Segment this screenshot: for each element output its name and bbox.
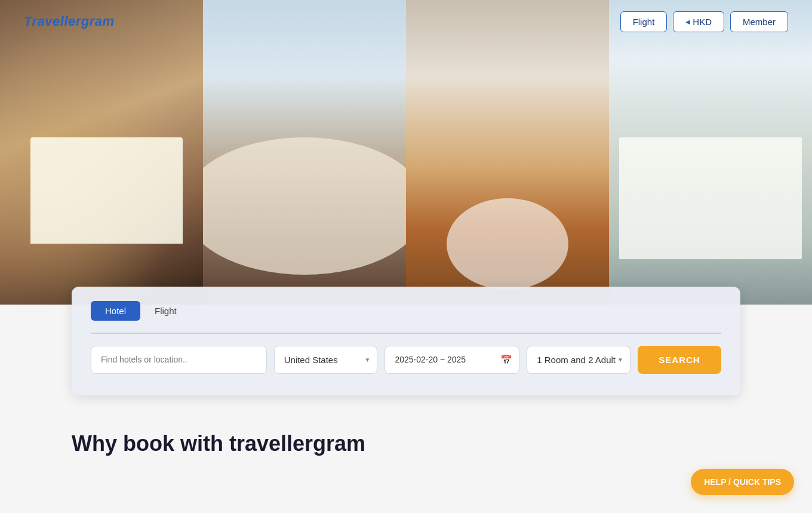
tab-flight[interactable]: Flight — [140, 301, 191, 321]
location-input[interactable] — [91, 346, 267, 374]
country-select-wrap: United States United Kingdom Australia C… — [274, 346, 378, 374]
country-select[interactable]: United States United Kingdom Australia C… — [274, 346, 378, 374]
header: Travellergram Flight HKD Member — [0, 0, 812, 43]
tab-divider — [91, 333, 721, 334]
hero-image-3 — [406, 0, 609, 305]
rooms-select-wrap: 1 Room and 1 Adult 1 Room and 2 Adult 2 … — [527, 346, 630, 374]
main-content: Why book with travellergram — [0, 395, 812, 485]
rooms-select[interactable]: 1 Room and 1 Adult 1 Room and 2 Adult 2 … — [527, 346, 630, 374]
search-button[interactable]: SEARCH — [638, 346, 721, 374]
hero-image-4 — [609, 0, 812, 305]
search-panel: Hotel Flight United States United Kingdo… — [72, 287, 740, 395]
help-button[interactable]: HELP / QUICK TIPS — [691, 469, 794, 495]
search-row: United States United Kingdom Australia C… — [91, 346, 721, 374]
date-range-wrap: 📅 — [385, 346, 519, 374]
tab-hotel[interactable]: Hotel — [91, 301, 140, 321]
section-title: Why book with travellergram — [72, 431, 740, 456]
flight-button[interactable]: Flight — [620, 11, 668, 32]
hero-image-2 — [203, 0, 406, 305]
currency-button[interactable]: HKD — [673, 11, 724, 32]
logo: Travellergram — [24, 14, 115, 29]
search-tabs: Hotel Flight — [91, 301, 721, 321]
member-button[interactable]: Member — [730, 11, 788, 32]
header-nav: Flight HKD Member — [620, 11, 788, 32]
hero-section — [0, 0, 812, 305]
hero-image-1 — [0, 0, 203, 305]
date-range-input[interactable] — [385, 346, 519, 374]
